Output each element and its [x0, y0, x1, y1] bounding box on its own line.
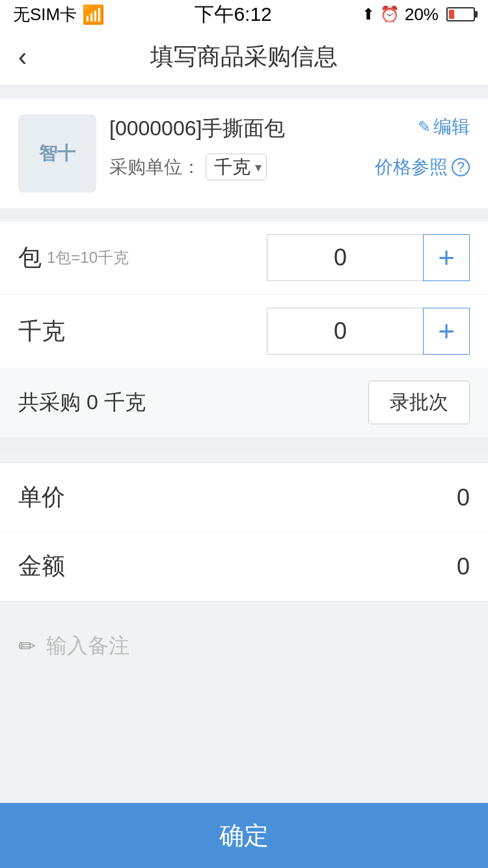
- amount-label: 金额: [18, 550, 65, 582]
- battery-percent: 20%: [405, 5, 439, 25]
- product-header: [0000006]手撕面包 ✎ 编辑: [109, 115, 470, 143]
- section-divider-1: [0, 208, 488, 221]
- remarks-section[interactable]: ✏ 输入备注: [0, 614, 488, 679]
- product-thumbnail: 智十: [18, 115, 96, 193]
- battery-icon: [446, 7, 475, 21]
- amount-value: 0: [457, 553, 470, 580]
- back-button[interactable]: ‹: [18, 42, 27, 72]
- amount-row: 金额 0: [0, 532, 488, 601]
- price-ref-icon: ?: [452, 158, 470, 176]
- section-divider-2: [0, 437, 488, 450]
- product-unit-row: 采购单位： 千克 价格参照 ?: [109, 154, 470, 180]
- product-card: 智十 [0000006]手撕面包 ✎ 编辑 采购单位： 千克 价格参照: [0, 99, 488, 208]
- status-time: 下午6:12: [195, 1, 271, 28]
- pencil-icon: ✏: [18, 634, 36, 658]
- remarks-placeholder: 输入备注: [46, 632, 129, 660]
- kg-input-right: +: [267, 308, 470, 355]
- status-right: ⬆ ⏰ 20%: [362, 5, 475, 25]
- product-name: [0000006]手撕面包: [109, 115, 418, 143]
- kg-plus-button[interactable]: +: [423, 308, 470, 355]
- location-icon: ⬆: [362, 5, 375, 23]
- unit-label: 采购单位：: [109, 155, 200, 180]
- status-left: 无SIM卡 📶: [13, 3, 105, 26]
- kg-label: 千克: [18, 316, 65, 347]
- edit-button[interactable]: ✎ 编辑: [418, 115, 470, 139]
- wifi-icon: 📶: [82, 4, 105, 25]
- carrier-label: 无SIM卡: [13, 3, 77, 26]
- batch-button[interactable]: 录批次: [368, 381, 470, 424]
- bag-label: 包: [18, 242, 42, 274]
- kg-quantity-input[interactable]: [267, 308, 423, 355]
- price-ref-button[interactable]: 价格参照 ?: [375, 155, 470, 180]
- bag-input-right: +: [267, 234, 470, 281]
- nav-bar: ‹ 填写商品采购信息: [0, 29, 488, 86]
- confirm-button[interactable]: 确定: [0, 803, 488, 868]
- input-section: 包 1包=10千克 + 千克 +: [0, 221, 488, 368]
- product-info: [0000006]手撕面包 ✎ 编辑 采购单位： 千克 价格参照 ?: [109, 115, 470, 180]
- bag-sublabel: 1包=10千克: [47, 247, 129, 268]
- kg-input-row: 千克 +: [0, 295, 488, 368]
- summary-row: 共采购 0 千克 录批次: [0, 368, 488, 437]
- confirm-button-label: 确定: [219, 819, 269, 852]
- page-title: 填写商品采购信息: [150, 41, 338, 73]
- unit-select[interactable]: 千克: [206, 154, 267, 180]
- summary-text: 共采购 0 千克: [18, 388, 146, 417]
- unit-row-left: 采购单位： 千克: [109, 154, 267, 180]
- unit-select-wrap[interactable]: 千克: [206, 154, 267, 180]
- edit-icon: ✎: [418, 118, 431, 136]
- bag-plus-button[interactable]: +: [423, 234, 470, 281]
- unit-price-row: 单价 0: [0, 463, 488, 532]
- bag-quantity-input[interactable]: [267, 234, 423, 281]
- pricing-section: 单价 0 金额 0: [0, 463, 488, 601]
- alarm-icon: ⏰: [380, 5, 400, 23]
- unit-price-label: 单价: [18, 481, 65, 513]
- unit-price-value: 0: [457, 484, 470, 511]
- status-bar: 无SIM卡 📶 下午6:12 ⬆ ⏰ 20%: [0, 0, 488, 29]
- bag-input-row: 包 1包=10千克 +: [0, 221, 488, 295]
